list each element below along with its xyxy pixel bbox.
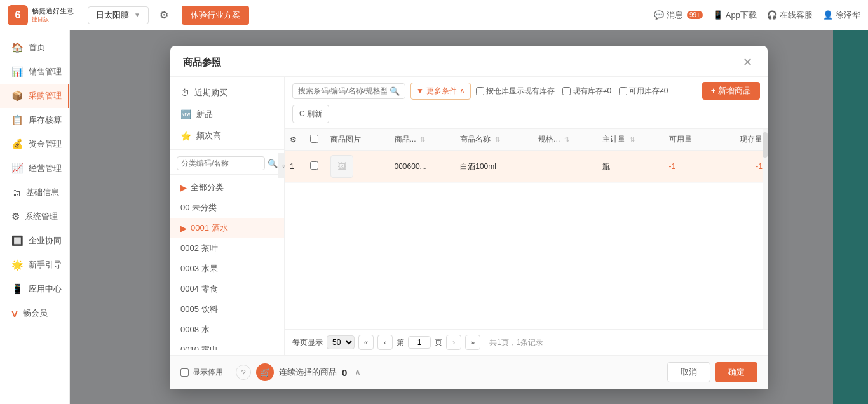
company-selector[interactable]: 日太阳膜 ▼ [88, 6, 149, 24]
trial-button[interactable]: 体验行业方案 [182, 6, 249, 25]
category-tea[interactable]: 0002 茶叶 [170, 238, 284, 259]
user-profile[interactable]: 👤 徐泽华 [823, 10, 860, 21]
left-panel-new[interactable]: 🆕 新品 [170, 104, 284, 125]
col-code[interactable]: 商品... ⇅ [390, 129, 456, 151]
chevron-up-icon: ∧ [459, 86, 465, 95]
first-page-button[interactable]: « [358, 335, 374, 350]
dialog-body: ⏱ 近期购买 🆕 新品 ⭐ 频次高 [170, 77, 768, 355]
col-image: 商品图片 [325, 129, 390, 151]
refresh-button[interactable]: C 刷新 [292, 105, 329, 123]
info-icon: 🗂 [11, 187, 21, 198]
user-icon: 👤 [823, 10, 833, 20]
available-nonzero-checkbox[interactable] [619, 87, 627, 95]
cart-collapse-button[interactable]: ∧ [355, 367, 361, 377]
category-fruits[interactable]: 0003 水果 [170, 259, 284, 279]
sidebar-item-operations[interactable]: 📈 经营管理 [0, 156, 69, 180]
purchase-icon: 📦 [11, 90, 24, 102]
category-drinks[interactable]: 0005 饮料 [170, 299, 284, 320]
category-all[interactable]: ▶ 全部分类 [170, 177, 284, 198]
product-search-input[interactable] [298, 86, 387, 95]
member-icon: V [11, 308, 18, 319]
confirm-button[interactable]: 确定 [715, 362, 757, 382]
warehouse-checkbox[interactable] [476, 87, 484, 95]
select-all-checkbox[interactable] [310, 135, 318, 143]
sort-unit-icon: ⇅ [630, 136, 635, 143]
left-panel: ⏱ 近期购买 🆕 新品 ⭐ 频次高 [170, 77, 285, 355]
sidebar-item-basic-info[interactable]: 🗂 基础信息 [0, 180, 69, 205]
page-size-select[interactable]: 50 [327, 335, 355, 349]
sidebar-item-apps[interactable]: 📱 应用中心 [0, 277, 69, 301]
category-search-input[interactable] [181, 159, 261, 168]
app-icon: 📱 [713, 10, 723, 20]
stock-nonzero-checkbox[interactable] [562, 87, 571, 95]
sort-name-icon: ⇅ [495, 136, 500, 143]
table-row[interactable]: 1 🖼 000600... 白酒100ml 瓶 [285, 151, 768, 183]
more-conditions-button[interactable]: ▼ 更多条件 ∧ [410, 83, 471, 100]
logo-icon: 6 [8, 5, 28, 25]
ops-icon: 📈 [11, 163, 24, 174]
left-panel-frequent[interactable]: ⭐ 频次高 [170, 125, 284, 147]
cancel-button[interactable]: 取消 [667, 362, 710, 382]
checkbox-available-nonzero[interactable]: 可用库存≠0 [619, 86, 668, 97]
sales-icon: 📊 [11, 66, 24, 77]
sidebar-item-system[interactable]: ⚙ 系统管理 [0, 205, 69, 229]
sidebar-item-guide[interactable]: 🌟 新手引导 [0, 253, 69, 277]
row-stock: -1 [715, 151, 768, 183]
category-search-icon[interactable]: 🔍 [268, 159, 278, 168]
next-page-button[interactable]: › [446, 335, 461, 350]
current-page-input[interactable] [408, 336, 431, 349]
category-unclassified[interactable]: 00 未分类 [170, 198, 284, 218]
sidebar-item-purchase[interactable]: 📦 采购管理 [0, 84, 69, 108]
right-panel: 🔍 ▼ 更多条件 ∧ 按仓库显示现有库存 [285, 77, 768, 355]
table-scrollbar[interactable] [763, 129, 768, 329]
col-unit[interactable]: 主计量 ⇅ [597, 129, 663, 151]
sidebar-item-finance[interactable]: 💰 资金管理 [0, 132, 69, 156]
col-spec[interactable]: 规格... ⇅ [533, 129, 597, 151]
online-service-item[interactable]: 🎧 在线客服 [767, 10, 813, 21]
sidebar-item-member[interactable]: V 畅会员 [0, 301, 69, 325]
dialog-close-button[interactable]: ✕ [740, 55, 755, 70]
sidebar-item-enterprise[interactable]: 🔲 企业协同 [0, 229, 69, 253]
table-body: 1 🖼 000600... 白酒100ml 瓶 [285, 151, 768, 183]
checkbox-stock-nonzero[interactable]: 现有库存≠0 [562, 86, 611, 97]
filter-bar: 🔍 ▼ 更多条件 ∧ 按仓库显示现有库存 [285, 77, 768, 129]
row-checkbox[interactable] [305, 151, 325, 183]
row-select-checkbox[interactable] [310, 161, 318, 170]
category-liquor[interactable]: ▶ 0001 酒水 [170, 218, 284, 238]
category-snacks[interactable]: 0004 零食 [170, 279, 284, 299]
system-icon: ⚙ [11, 211, 20, 222]
col-name[interactable]: 商品名称 ⇅ [455, 129, 533, 151]
messages-item[interactable]: 💬 消息 99+ [654, 10, 703, 21]
apps-icon: 📱 [11, 283, 24, 295]
col-checkbox[interactable] [305, 129, 325, 151]
cart-icon[interactable]: 🛒 [256, 363, 274, 381]
filter-checkboxes: 按仓库显示现有库存 现有库存≠0 可用库存≠0 [476, 86, 668, 97]
product-table-wrap: ⚙ 商品图片 商品... ⇅ 商品名称 [285, 129, 768, 329]
table-header: ⚙ 商品图片 商品... ⇅ 商品名称 [285, 129, 768, 151]
left-panel-recent[interactable]: ⏱ 近期购买 [170, 82, 284, 104]
sidebar-item-sales[interactable]: 📊 销售管理 [0, 60, 69, 84]
prev-page-button[interactable]: ‹ [377, 335, 393, 350]
product-image: 🖼 [330, 155, 353, 178]
col-available: 可用量 [664, 129, 716, 151]
app-download-item[interactable]: 📱 App下载 [713, 10, 757, 21]
sidebar-item-inventory[interactable]: 📋 库存核算 [0, 108, 69, 132]
col-settings[interactable]: ⚙ [285, 129, 305, 151]
home-icon: 🏠 [11, 42, 24, 53]
product-search-icon[interactable]: 🔍 [390, 86, 400, 96]
help-icon[interactable]: ? [236, 365, 251, 380]
category-water[interactable]: 0008 水 [170, 320, 284, 340]
scrollbar-thumb[interactable] [763, 132, 768, 158]
message-icon: 💬 [654, 10, 664, 20]
last-page-button[interactable]: » [465, 335, 480, 350]
display-disabled-checkbox[interactable] [180, 368, 189, 377]
sidebar-item-home[interactable]: 🏠 首页 [0, 36, 69, 60]
row-spec [533, 151, 597, 183]
expand-icon: ▶ [180, 183, 187, 192]
checkbox-warehouse[interactable]: 按仓库显示现有库存 [476, 86, 555, 97]
add-goods-button[interactable]: + 新增商品 [702, 82, 760, 100]
category-appliances[interactable]: 0010 家电 [170, 340, 284, 350]
row-unit: 瓶 [597, 151, 663, 183]
sidebar: 🏠 首页 📊 销售管理 📦 采购管理 📋 库存核算 💰 资金管理 📈 经营管理 … [0, 30, 70, 404]
settings-icon[interactable]: ⚙ [154, 5, 174, 25]
